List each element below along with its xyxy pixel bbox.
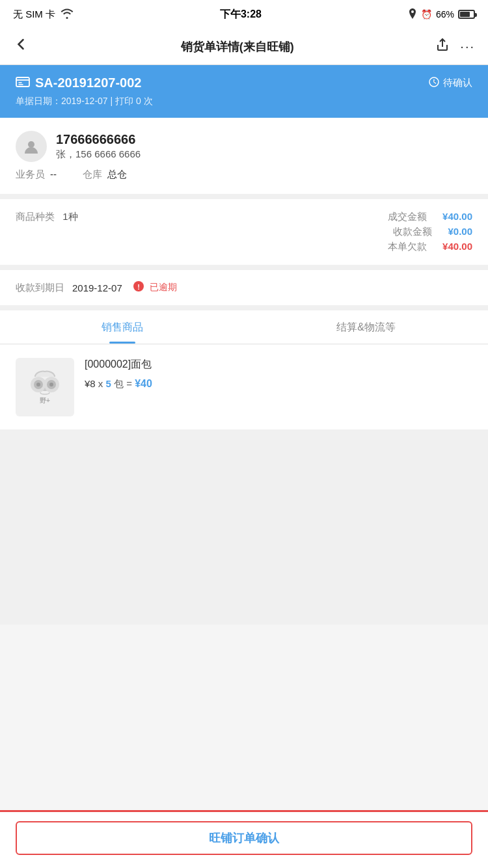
wifi-icon [61,8,74,21]
amount-summary: 成交金额 ¥40.00 收款金额 ¥0.00 本单欠款 ¥40.00 [388,211,472,253]
customer-phone: 17666666666 [56,132,141,147]
status-clock-icon [429,77,439,89]
battery-icon [458,10,475,19]
order-header: SA-20191207-002 待确认 单据日期：2019-12-07 | 打印… [0,65,488,118]
order-icon [16,75,30,90]
svg-point-3 [28,141,34,148]
nav-actions: ··· [435,38,475,56]
tabs-row: 销售商品 结算&物流等 [0,310,488,344]
tab-settlement[interactable]: 结算&物流等 [244,310,488,344]
tab-sales[interactable]: 销售商品 [0,310,244,344]
product-thumbnail: 野+ [16,358,74,416]
status-left: 无 SIM 卡 [13,8,74,21]
amount-label: 成交金额 [388,211,427,223]
page-title: 销货单详情(来自旺铺) [39,39,435,55]
product-section: 野+ [0000002]面包 ¥8 x 5 包 = ¥40 [0,345,488,429]
customer-section: 17666666666 张，156 6666 6666 业务员 -- 仓库 总仓 [0,118,488,199]
due-date-label: 收款到期日 [16,282,64,294]
status-bar: 无 SIM 卡 下午3:28 ⏰ 66% [0,0,488,29]
status-text: 待确认 [443,77,472,89]
amount-row: 成交金额 ¥40.00 [388,211,472,223]
svg-point-10 [36,383,40,387]
more-icon[interactable]: ··· [460,39,475,54]
status-time: 下午3:28 [220,8,262,21]
location-icon [408,8,417,21]
confirm-btn-label: 旺铺订单确认 [209,830,279,846]
warehouse-label: 仓库 [83,169,102,181]
owed-value: ¥40.00 [442,241,472,253]
owed-label: 本单欠款 [388,241,427,253]
overdue-icon: ! [133,280,144,295]
customer-name: 张，156 6666 6666 [56,148,141,161]
overdue-text: 已逾期 [150,282,177,293]
amount-value: ¥40.00 [442,211,472,223]
customer-details: 业务员 -- 仓库 总仓 [16,169,472,181]
due-date-section: 收款到期日 2019-12-07 ! 已逾期 [0,270,488,310]
owed-row: 本单欠款 ¥40.00 [388,241,472,253]
order-id: SA-20191207-002 [16,75,141,90]
nav-bar: 销货单详情(来自旺铺) ··· [0,29,488,65]
bottom-area [0,429,488,625]
back-button[interactable] [13,36,39,57]
warehouse-value: 总仓 [107,169,127,181]
unit-price: ¥8 [85,378,98,389]
due-date-value: 2019-12-07 [72,282,122,293]
product-item: 野+ [0000002]面包 ¥8 x 5 包 = ¥40 [0,345,488,429]
svg-text:野+: 野+ [40,397,50,404]
receipt-value: ¥0.00 [448,226,472,238]
avatar [16,131,47,162]
product-type-value: 1种 [62,211,77,222]
status-right: ⏰ 66% [408,8,475,21]
price-qty: 5 [106,378,115,389]
svg-text:!: ! [137,283,140,291]
receipt-row: 收款金额 ¥0.00 [393,226,472,238]
svg-point-11 [49,383,53,387]
alarm-icon: ⏰ [421,9,432,20]
tabs-section: 销售商品 结算&物流等 [0,310,488,344]
order-status: 待确认 [429,77,472,89]
product-price-row: ¥8 x 5 包 = ¥40 [85,378,472,390]
summary-section: 商品种类 1种 成交金额 ¥40.00 收款金额 ¥0.00 本单欠款 ¥40.… [0,199,488,270]
product-info: [0000002]面包 ¥8 x 5 包 = ¥40 [85,358,472,390]
share-icon[interactable] [435,38,450,56]
sales-label: 业务员 [16,169,45,181]
svg-rect-1 [16,77,29,87]
product-type: 商品种类 1种 [16,211,78,223]
sim-status: 无 SIM 卡 [13,8,55,21]
confirm-btn-wrapper: 旺铺订单确认 [0,810,488,868]
unit-text: 包 [114,378,124,389]
price-total: ¥40 [135,378,152,389]
confirm-order-button[interactable]: 旺铺订单确认 [16,821,472,855]
product-name: [0000002]面包 [85,358,472,372]
tab-sales-label: 销售商品 [102,321,143,332]
receipt-label: 收款金额 [393,226,432,238]
order-date: 单据日期：2019-12-07 | 打印 0 次 [16,96,472,107]
product-type-label: 商品种类 [16,211,55,222]
tab-settlement-label: 结算&物流等 [336,321,396,332]
battery-percent: 66% [436,9,454,20]
sales-value: -- [50,169,57,181]
order-id-text: SA-20191207-002 [35,75,141,90]
